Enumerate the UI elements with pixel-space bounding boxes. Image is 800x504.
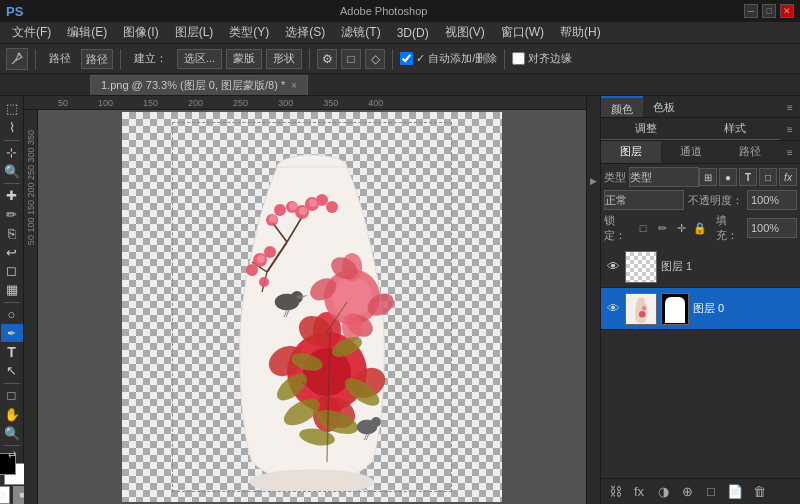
lock-transparent-btn[interactable]: □ — [636, 219, 651, 237]
panel-menu-btn-adj[interactable]: ≡ — [780, 118, 800, 140]
menu-view[interactable]: 视图(V) — [437, 22, 493, 43]
gradient-tool[interactable]: ▦ — [1, 281, 23, 299]
path-select[interactable]: 路径 — [81, 49, 113, 69]
text-tool[interactable]: T — [1, 343, 23, 361]
lock-pixels-btn[interactable]: ✏ — [655, 219, 670, 237]
menu-edit[interactable]: 编辑(E) — [59, 22, 115, 43]
link-layers-btn[interactable]: ⛓ — [605, 482, 625, 502]
titlebar: PS Adobe Photoshop ─ □ ✕ — [0, 0, 800, 22]
shape-tool-left[interactable]: □ — [1, 387, 23, 405]
dodge-tool[interactable]: ○ — [1, 305, 23, 323]
toolbar-icon-1[interactable]: ⚙ — [317, 49, 337, 69]
new-layer-btn[interactable]: 📄 — [725, 482, 745, 502]
layer-tabs: 图层 通道 路径 ≡ — [601, 141, 800, 164]
history-brush-tool[interactable]: ↩ — [1, 243, 23, 261]
tool-divider-1 — [4, 140, 20, 141]
menu-file[interactable]: 文件(F) — [4, 22, 59, 43]
toolbar-icon-2[interactable]: □ — [341, 49, 361, 69]
lock-position-btn[interactable]: ✛ — [674, 219, 689, 237]
lasso-tool[interactable]: ⌇ — [1, 119, 23, 137]
add-style-btn[interactable]: fx — [629, 482, 649, 502]
zoom-tool[interactable]: 🔍 — [1, 424, 23, 442]
menu-3d[interactable]: 3D(D) — [389, 24, 437, 42]
svg-point-17 — [316, 194, 328, 206]
create-fill-btn[interactable]: ⊕ — [677, 482, 697, 502]
adjustments-tab[interactable]: 调整 — [601, 118, 691, 140]
panel-collapse-strip[interactable]: ▶ — [586, 96, 600, 504]
fill-input[interactable] — [747, 218, 797, 238]
layer-visibility-0[interactable]: 👁 — [605, 301, 621, 317]
styles-tab[interactable]: 样式 — [691, 118, 781, 140]
menu-type[interactable]: 类型(Y) — [221, 22, 277, 43]
eyedropper-tool[interactable]: 🔍 — [1, 162, 23, 180]
blend-mode-select[interactable]: 正常 — [604, 190, 684, 210]
svg-point-23 — [257, 255, 265, 263]
layer-visibility-1[interactable]: 👁 — [605, 259, 621, 275]
path-selection-tool[interactable]: ↖ — [1, 362, 23, 380]
pen-tool-left[interactable]: ✒ — [1, 324, 23, 342]
panel-menu-btn-top[interactable]: ≡ — [780, 96, 800, 118]
filter-icon-text[interactable]: T — [739, 168, 757, 186]
delete-layer-btn[interactable]: 🗑 — [749, 482, 769, 502]
maximize-button[interactable]: □ — [762, 4, 776, 18]
left-tools: ⬚ ⌇ ⊹ 🔍 ✚ ✏ ⎘ ↩ ◻ ▦ ○ ✒ T ↖ □ ✋ 🔍 ⇄ □ ■ — [0, 96, 24, 504]
select-btn[interactable]: 选区... — [177, 49, 222, 69]
mask-btn[interactable]: 蒙版 — [226, 49, 262, 69]
filter-icon-grid[interactable]: ⊞ — [699, 168, 717, 186]
tool-divider-2 — [4, 183, 20, 184]
swap-colors-icon[interactable]: ⇄ — [8, 449, 16, 460]
minimize-button[interactable]: ─ — [744, 4, 758, 18]
panel-tab-group-1: 颜色 色板 — [601, 96, 780, 117]
layer-item-1[interactable]: 👁 图层 1 — [601, 246, 800, 288]
healing-tool[interactable]: ✚ — [1, 187, 23, 205]
menu-filter[interactable]: 滤镜(T) — [333, 22, 388, 43]
channels-tab[interactable]: 通道 — [661, 141, 721, 163]
document-tab-active[interactable]: 1.png @ 73.3% (图层 0, 图层蒙版/8) * × — [90, 75, 308, 95]
toolbar-sep-5 — [504, 49, 505, 69]
stamp-tool[interactable]: ⎘ — [1, 224, 23, 242]
lock-all-btn[interactable]: 🔒 — [693, 219, 708, 237]
crop-tool[interactable]: ⊹ — [1, 143, 23, 161]
color-panel-tab[interactable]: 颜色 — [601, 96, 643, 117]
svg-point-20 — [309, 199, 317, 207]
filter-icons-row: 类型 ⊞ ● T □ fx — [629, 167, 797, 187]
swatches-panel-tab[interactable]: 色板 — [643, 96, 685, 117]
tab-close-button[interactable]: × — [291, 80, 297, 91]
standard-mode[interactable]: □ — [0, 486, 10, 504]
filter-type-select[interactable]: 类型 — [629, 167, 699, 187]
menu-help[interactable]: 帮助(H) — [552, 22, 609, 43]
filter-icon-dot[interactable]: ● — [719, 168, 737, 186]
toolbar: 路径 路径 建立： 选区... 蒙版 形状 ⚙ □ ◇ ✓ 自动添加/删除 对齐… — [0, 44, 800, 74]
layer-name-1: 图层 1 — [661, 259, 796, 274]
align-edges-toggle[interactable]: 对齐边缘 — [512, 51, 572, 66]
layers-tab[interactable]: 图层 — [601, 141, 661, 163]
pen-tool-icon[interactable] — [6, 48, 28, 70]
menu-layer[interactable]: 图层(L) — [167, 22, 222, 43]
create-group-btn[interactable]: □ — [701, 482, 721, 502]
tool-divider-5 — [4, 445, 20, 446]
add-mask-btn[interactable]: ◑ — [653, 482, 673, 502]
close-button[interactable]: ✕ — [780, 4, 794, 18]
filter-icon-shape[interactable]: □ — [759, 168, 777, 186]
svg-point-61 — [639, 311, 645, 317]
brush-tool[interactable]: ✏ — [1, 206, 23, 224]
layer-item-0[interactable]: 👁 图层 0 — [601, 288, 800, 330]
menu-image[interactable]: 图像(I) — [115, 22, 166, 43]
toolbar-icon-3[interactable]: ◇ — [365, 49, 385, 69]
hand-tool[interactable]: ✋ — [1, 405, 23, 423]
paths-tab[interactable]: 路径 — [720, 141, 780, 163]
build-label: 建立： — [128, 49, 173, 68]
opacity-input[interactable] — [747, 190, 797, 210]
svg-point-12 — [274, 204, 286, 216]
menu-window[interactable]: 窗口(W) — [493, 22, 552, 43]
ruler-top: 50100150200250300350400 — [24, 96, 586, 110]
menu-select[interactable]: 选择(S) — [277, 22, 333, 43]
collapse-arrow-icon[interactable]: ▶ — [590, 176, 597, 186]
shape-btn[interactable]: 形状 — [266, 49, 302, 69]
selection-tool[interactable]: ⬚ — [1, 100, 23, 118]
auto-add-delete-toggle[interactable]: ✓ 自动添加/删除 — [400, 51, 497, 66]
eraser-tool[interactable]: ◻ — [1, 262, 23, 280]
panel-menu-btn-layer[interactable]: ≡ — [780, 141, 800, 163]
canvas-document — [122, 112, 502, 502]
filter-icon-fx[interactable]: fx — [779, 168, 797, 186]
